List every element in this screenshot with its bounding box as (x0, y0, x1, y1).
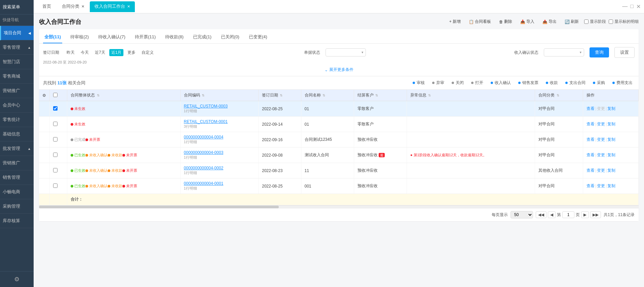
op-变更-link[interactable]: 变更 (597, 137, 605, 142)
sidebar-item-purchase_mgmt[interactable]: 采购管理 (0, 199, 34, 214)
window-minimize-icon[interactable]: — (622, 3, 628, 10)
horizontal-scrollbar[interactable] (39, 205, 639, 208)
contract-code-link[interactable]: 0000000000004-0002 (184, 166, 223, 170)
row-checkbox[interactable] (50, 117, 67, 132)
row-checkbox[interactable] (50, 148, 67, 163)
sidebar-item-project[interactable]: 项目合同◀ (0, 26, 34, 40)
action-income_confirm-button[interactable]: 收入确认 (489, 79, 513, 87)
import-button[interactable]: 📥 导入 (518, 17, 537, 26)
table-header-code[interactable]: 合同编码 ⇅ (180, 90, 258, 101)
window-close-icon[interactable]: ✕ (636, 3, 641, 10)
action-print-button[interactable]: 打开 (469, 79, 485, 87)
contract-board-button[interactable]: 📋 合同看板 (466, 17, 494, 26)
tab-contract_type[interactable]: 合同分类✕ (56, 0, 90, 13)
sidebar-item-retail_mgmt[interactable]: 零售管理▲ (0, 40, 34, 55)
last-page-button[interactable]: ▶▶ (590, 211, 601, 218)
expand-button[interactable]: ⌄ 展开更多条件 (325, 67, 353, 73)
op-复制-link[interactable]: 复制 (607, 122, 615, 126)
op-复制-link[interactable]: 复制 (607, 137, 615, 142)
op-查看-link[interactable]: 查看 (586, 168, 595, 173)
income-confirm-select[interactable] (544, 48, 584, 56)
op-变更-link[interactable]: 变更 (597, 183, 605, 188)
filter-settings-button[interactable]: 设置 (614, 47, 635, 58)
sidebar-search[interactable]: 搜索菜单 (0, 0, 34, 14)
row-select-checkbox[interactable] (53, 137, 58, 141)
action-sales_invoice-button[interactable]: 销售发票 (516, 79, 540, 87)
action-purchase-button[interactable]: 采购 (591, 79, 607, 87)
window-maximize-icon[interactable]: □ (630, 3, 634, 10)
date-option-last7[interactable]: 近7天 (93, 49, 107, 56)
table-header-gear[interactable]: ⚙ (39, 90, 50, 101)
table-header-name[interactable]: 合同名称 ⇅ (301, 90, 354, 101)
filter-tab-pending_review[interactable]: 待审核(2) (69, 32, 90, 43)
row-select-checkbox[interactable] (53, 183, 58, 188)
sidebar-item-base_info[interactable]: 基础信息 (0, 127, 34, 141)
sidebar-item-retail_mall[interactable]: 零售商城 (0, 69, 34, 84)
action-expense-button[interactable]: 费用支出 (610, 79, 635, 87)
action-close-button[interactable]: 关闭 (450, 79, 466, 87)
sidebar-item-member_center[interactable]: 会员中心 (0, 98, 34, 113)
table-header-error[interactable]: 异常信息 ⇅ (407, 90, 535, 101)
show-mark-checkbox[interactable]: 显示标的明细 (609, 19, 639, 25)
sidebar-settings-button[interactable]: ⚙ (0, 271, 34, 287)
table-header-category[interactable]: 合同分类 ⇅ (535, 90, 583, 101)
op-复制-link[interactable]: 复制 (607, 168, 615, 173)
doc-status-select[interactable] (326, 48, 366, 56)
sidebar-item-retail_stats[interactable]: 零售统计 (0, 113, 34, 127)
action-abandon-button[interactable]: 弃审 (430, 79, 446, 87)
tab-close-icon[interactable]: ✕ (127, 4, 130, 8)
date-option-more[interactable]: 更多 (125, 49, 138, 56)
op-查看-link[interactable]: 查看 (586, 183, 595, 188)
scrollbar-thumb[interactable] (39, 206, 279, 208)
date-option-last1m[interactable]: 近1月 (109, 49, 124, 56)
filter-tab-changed[interactable]: 已变更(4) (248, 32, 269, 43)
query-button[interactable]: 查询 (590, 47, 609, 57)
op-变更-link[interactable]: 变更 (597, 168, 605, 173)
contract-code-link[interactable]: 0000000000004-0004 (184, 135, 223, 139)
next-page-button[interactable]: ▶ (581, 211, 589, 218)
page-size-select[interactable]: 50 100 200 (510, 211, 533, 218)
date-option-today[interactable]: 今天 (79, 49, 91, 56)
action-receipt-button[interactable]: 收款 (544, 79, 560, 87)
show-stage-input[interactable] (584, 19, 589, 24)
op-查看-link[interactable]: 查看 (586, 137, 595, 142)
row-select-checkbox[interactable] (53, 168, 58, 172)
export-button[interactable]: 📤 导出 (540, 17, 559, 26)
sidebar-item-batch_mgmt[interactable]: 批发管理▲ (0, 141, 34, 156)
filter-tab-all[interactable]: 全部(11) (43, 32, 62, 43)
row-checkbox[interactable] (50, 101, 67, 117)
first-page-button[interactable]: ◀◀ (536, 211, 546, 218)
contract-code-link[interactable]: 0000000000004-0001 (184, 181, 223, 186)
table-header-checkbox[interactable] (50, 90, 67, 101)
show-stage-checkbox[interactable]: 显示阶段 (584, 19, 606, 25)
action-audit-button[interactable]: 审核 (411, 79, 427, 87)
contract-code-link[interactable]: 0000000000004-0003 (184, 150, 223, 155)
filter-tab-pending_income_confirm[interactable]: 待收入确认(7) (97, 32, 127, 43)
sidebar-item-marketing[interactable]: 营销推广 (0, 84, 34, 98)
table-header-customer[interactable]: 结算客户 ⇅ (354, 90, 407, 101)
filter-tab-pending_invoice[interactable]: 待开票(11) (134, 32, 157, 43)
page-number-input[interactable] (562, 211, 574, 218)
sidebar-item-sales_mgmt[interactable]: 销售管理 (0, 170, 34, 185)
sidebar-item-xiaochang[interactable]: 小畅电商 (0, 185, 34, 199)
row-checkbox[interactable] (50, 178, 67, 194)
op-查看-link[interactable]: 查看 (586, 106, 595, 111)
filter-tab-closed[interactable]: 已关闭(0) (220, 32, 241, 43)
row-select-checkbox[interactable] (53, 153, 58, 157)
table-header-status[interactable]: 合同整体状态 ⇅ (67, 90, 180, 101)
action-payment-button[interactable]: 支出合同 (563, 79, 588, 87)
op-复制-link[interactable]: 复制 (607, 106, 615, 111)
row-checkbox[interactable] (50, 163, 67, 178)
op-变更-link[interactable]: 变更 (597, 122, 605, 126)
date-option-yesterday[interactable]: 昨天 (65, 49, 77, 56)
show-mark-input[interactable] (609, 19, 613, 24)
contract-code-link[interactable]: RETAIL_CUSTOM-0001 (184, 119, 228, 124)
op-变更-link[interactable]: 变更 (597, 153, 605, 157)
op-查看-link[interactable]: 查看 (586, 153, 595, 157)
tab-income_workbench[interactable]: 收入合同工作台✕ (90, 1, 135, 12)
row-select-checkbox[interactable] (53, 122, 58, 126)
table-header-sign-date[interactable]: 签订日期 ⇅ (258, 90, 301, 101)
sidebar-item-marketing2[interactable]: 营销推广 (0, 156, 34, 170)
sidebar-item-smart_store[interactable]: 智慧门店 (0, 55, 34, 69)
op-复制-link[interactable]: 复制 (607, 153, 615, 157)
